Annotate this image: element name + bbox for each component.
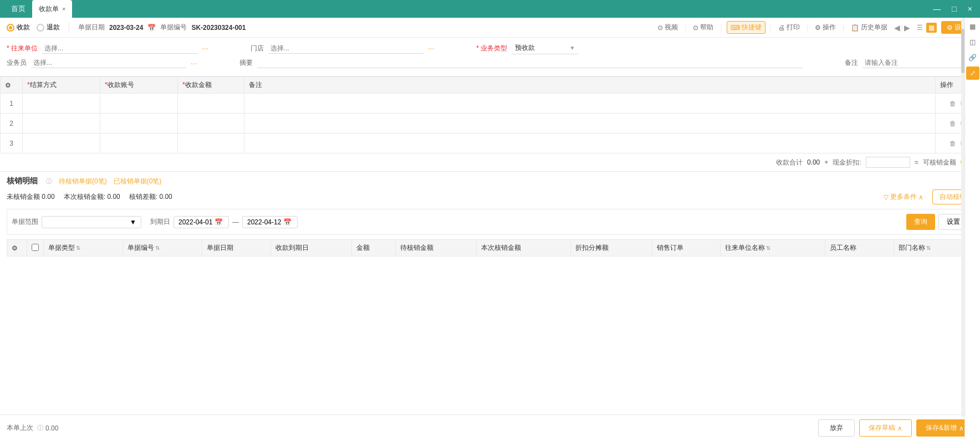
range-filter-group: 单据范围 ▼	[12, 216, 141, 228]
close-btn[interactable]: ×	[964, 3, 976, 14]
bottom-actions: 放弃 保存草稿 ∧ 保存&新增 ∧	[818, 419, 973, 437]
view-toggle: ☰ ▦	[915, 23, 937, 33]
summary-input[interactable]	[257, 58, 803, 68]
business-type-label: * 业务类型	[476, 44, 507, 53]
save-draft-btn[interactable]: 保存草稿 ∧	[859, 419, 912, 437]
col-settings-header[interactable]: ⚙	[1, 77, 23, 94]
row1-delete-icon[interactable]: 🗑	[950, 100, 956, 107]
tab-close-icon[interactable]: ×	[62, 6, 65, 12]
bottom-info: 本单上次 ⓘ 0.00	[7, 423, 58, 433]
operation-icon: ⚙	[815, 24, 821, 32]
done-tag[interactable]: 已核销单据(0笔)	[114, 177, 162, 186]
date-from-input[interactable]: 2022-04-01 📅	[173, 216, 229, 228]
calendar-icon[interactable]: 📅	[147, 24, 156, 32]
discount-label: 现金折扣:	[833, 158, 861, 167]
table-row: 3 🗑 ⧉	[1, 134, 980, 153]
help-btn[interactable]: ⊙ 帮助	[691, 22, 716, 33]
sidebar-table-icon[interactable]: ▦	[966, 20, 979, 33]
print-btn[interactable]: 🖨 打印	[776, 22, 802, 33]
scrollbar-thumb[interactable]	[961, 29, 964, 73]
summary-label: 摘要	[239, 58, 253, 68]
data-table: ⚙ *结算方式 *收款账号 *收款金额 备注 操作	[0, 76, 980, 153]
radio-return[interactable]: 退款	[37, 23, 60, 32]
keyboard-icon: ⌨	[731, 24, 740, 32]
pending-tag[interactable]: 待核销单据(0笔)	[59, 177, 107, 186]
table-row: 2 🗑 ⧉	[1, 114, 980, 134]
recon-sales-order-header: 销售订单	[652, 240, 721, 257]
right-sidebar: ▦ ◫ 🔗 ⤢	[964, 18, 980, 441]
doc-info: 单据日期 2023-03-24 📅 单据编号 SK-20230324-001	[78, 23, 246, 32]
toolbar-actions: ⊙ 视频 | ⊙ 帮助 | ⌨ 快捷键 | 🖨 打印 | ⚙ 操作	[655, 21, 973, 34]
range-select[interactable]: ▼	[42, 216, 141, 228]
form-section: * 往来单位 ··· 门店 ··· * 业务类型 预收款 ▼ 业务员 ··· 摘…	[0, 38, 980, 76]
history-icon: 📋	[851, 24, 859, 32]
operation-btn[interactable]: ⚙ 操作	[813, 22, 838, 33]
abandon-btn[interactable]: 放弃	[818, 419, 855, 437]
recon-info-icon[interactable]: ⓘ	[46, 177, 52, 186]
list-view-btn[interactable]: ☰	[915, 23, 925, 33]
uncancelled-stat: 未核销金额 0.00	[7, 192, 55, 202]
range-dropdown-icon: ▼	[130, 218, 136, 226]
partner-input[interactable]	[42, 43, 197, 54]
col-account-header: *收款账号	[100, 77, 178, 94]
col-amount-header: *收款金额	[178, 77, 244, 94]
partner-label: * 往来单位	[7, 44, 38, 53]
shop-more-btn[interactable]: ···	[428, 44, 435, 53]
date-to-input[interactable]: 2022-04-12 📅	[242, 216, 298, 228]
date-separator: —	[232, 218, 239, 226]
recon-doc-date-header: 单据日期	[202, 240, 270, 257]
video-icon: ⊙	[657, 24, 663, 32]
shortcut-btn[interactable]: ⌨ 快捷键	[727, 21, 765, 34]
calendar-to-icon: 📅	[283, 218, 292, 226]
maximize-btn[interactable]: □	[948, 3, 959, 14]
tab-bar: 首页 收款单 × — □ ×	[0, 0, 980, 18]
minimize-btn[interactable]: —	[930, 3, 944, 14]
history-btn[interactable]: 📋 历史单据	[849, 22, 890, 33]
next-arrow[interactable]: ▶	[904, 23, 910, 32]
radio-receive[interactable]: 收款	[7, 23, 30, 32]
reconciliation-section: 核销明细 ⓘ 待核销单据(0笔) 已核销单据(0笔) 未核销金额 0.00 本次…	[0, 172, 980, 441]
recon-due-date-header: 收款到期日	[270, 240, 352, 257]
recon-checkbox-header[interactable]	[27, 240, 44, 257]
salesperson-more-btn[interactable]: ···	[191, 59, 197, 68]
plus-sign: +	[824, 158, 828, 166]
dropdown-arrow-icon: ▼	[569, 45, 575, 51]
col-remark-header: 备注	[244, 77, 936, 94]
toolbar: 收款 退款 单据日期 2023-03-24 📅 单据编号 SK-20230324…	[0, 18, 980, 38]
remark-input[interactable]	[862, 58, 973, 68]
video-btn[interactable]: ⊙ 视频	[655, 22, 680, 33]
calendar-from-icon: 📅	[215, 218, 223, 226]
recon-settings-header[interactable]: ⚙	[7, 240, 27, 257]
sidebar-link-icon[interactable]: 🔗	[966, 51, 979, 64]
prev-arrow[interactable]: ◀	[894, 23, 900, 32]
total-value: 0.00	[807, 158, 820, 166]
window-controls: — □ ×	[930, 3, 976, 14]
sidebar-doc-icon[interactable]: ◫	[966, 35, 979, 49]
save-new-arrow-icon: ∧	[959, 424, 964, 432]
more-conditions-btn[interactable]: ▽ 更多条件 ∧	[884, 192, 923, 202]
tab-home[interactable]: 首页	[4, 0, 32, 18]
vertical-scrollbar[interactable]	[961, 18, 964, 417]
row2-delete-icon[interactable]: 🗑	[950, 120, 956, 127]
row3-delete-icon[interactable]: 🗑	[950, 140, 956, 147]
card-view-btn[interactable]: ▦	[926, 23, 937, 33]
bottom-bar: 本单上次 ⓘ 0.00 放弃 保存草稿 ∧ 保存&新增 ∧	[0, 414, 980, 441]
recon-title: 核销明细	[7, 176, 38, 186]
discount-input[interactable]	[866, 157, 910, 168]
select-all-checkbox[interactable]	[32, 244, 39, 251]
recon-discount-header: 折扣分摊额	[570, 240, 652, 257]
recon-doc-number-header: 单据编号⇅	[122, 240, 202, 257]
salesperson-input[interactable]	[31, 58, 186, 68]
business-type-select[interactable]: 预收款 ▼	[512, 42, 578, 54]
bottom-info-icon[interactable]: ⓘ	[37, 424, 43, 432]
shop-label: 门店	[251, 44, 264, 53]
shop-input[interactable]	[268, 43, 423, 54]
tab-active[interactable]: 收款单 ×	[32, 0, 72, 18]
partner-more-btn[interactable]: ···	[202, 44, 208, 53]
sidebar-expand-icon[interactable]: ⤢	[966, 66, 979, 80]
summary-row: 收款合计 0.00 + 现金折扣: = 可核销金额 0.00	[0, 153, 980, 172]
gear-icon: ⚙	[947, 24, 953, 32]
print-icon: 🖨	[778, 24, 785, 32]
query-btn[interactable]: 查询	[906, 214, 935, 230]
current-stat: 本次核销金额: 0.00	[64, 192, 120, 202]
